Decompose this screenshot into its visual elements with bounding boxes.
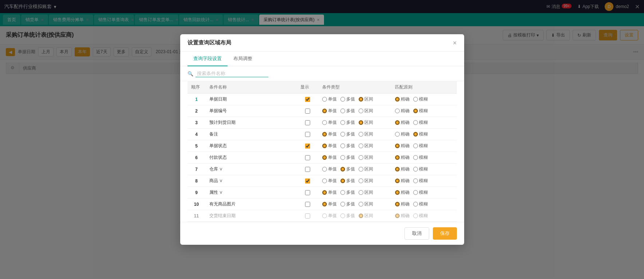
rule-radio-label-2-模糊[interactable]: 模糊 bbox=[413, 108, 428, 114]
tab-query-fields[interactable]: 查询字段设置 bbox=[187, 52, 228, 66]
rule-radio-1-精确[interactable] bbox=[395, 97, 400, 102]
type-radio-label-2-单值[interactable]: 单值 bbox=[322, 108, 337, 114]
type-radio-label-8-多值[interactable]: 多值 bbox=[340, 178, 355, 184]
rule-radio-3-模糊[interactable] bbox=[413, 120, 418, 125]
type-radio-5-区间[interactable] bbox=[359, 144, 363, 148]
type-radio-4-单值[interactable] bbox=[322, 132, 327, 137]
display-checkbox-10[interactable] bbox=[305, 202, 310, 207]
type-radio-label-7-单值[interactable]: 单值 bbox=[322, 166, 337, 172]
rule-radio-label-3-精确[interactable]: 精确 bbox=[395, 119, 410, 126]
type-radio-label-3-多值[interactable]: 多值 bbox=[340, 119, 355, 126]
search-input[interactable] bbox=[195, 70, 268, 77]
type-radio-10-单值[interactable] bbox=[322, 202, 327, 207]
type-radio-label-7-多值[interactable]: 多值 bbox=[340, 166, 355, 172]
type-radio-label-2-多值[interactable]: 多值 bbox=[340, 108, 355, 114]
rule-radio-9-模糊[interactable] bbox=[413, 190, 418, 195]
rule-radio-7-模糊[interactable] bbox=[413, 167, 418, 172]
type-radio-label-2-区间[interactable]: 区间 bbox=[359, 108, 373, 114]
rule-radio-label-1-精确[interactable]: 精确 bbox=[395, 96, 410, 102]
type-radio-2-区间[interactable] bbox=[359, 109, 363, 113]
type-radio-6-区间[interactable] bbox=[359, 155, 363, 160]
type-radio-4-区间[interactable] bbox=[359, 132, 363, 137]
type-radio-label-6-区间[interactable]: 区间 bbox=[359, 154, 373, 161]
modal-close-button[interactable]: × bbox=[453, 40, 457, 46]
type-radio-2-多值[interactable] bbox=[340, 109, 345, 113]
rule-radio-6-精确[interactable] bbox=[395, 155, 400, 160]
rule-radio-label-7-精确[interactable]: 精确 bbox=[395, 166, 410, 172]
type-radio-label-4-多值[interactable]: 多值 bbox=[340, 131, 355, 137]
rule-radio-label-11-精确[interactable]: 精确 bbox=[395, 213, 410, 219]
type-radio-label-5-单值[interactable]: 单值 bbox=[322, 143, 337, 149]
type-radio-8-区间[interactable] bbox=[359, 178, 363, 183]
rule-radio-label-5-精确[interactable]: 精确 bbox=[395, 143, 410, 149]
type-radio-label-9-区间[interactable]: 区间 bbox=[359, 189, 373, 196]
display-checkbox-7[interactable] bbox=[305, 167, 310, 172]
display-checkbox-6[interactable] bbox=[305, 155, 310, 160]
display-checkbox-1[interactable] bbox=[305, 97, 310, 102]
rule-radio-7-精确[interactable] bbox=[395, 167, 400, 172]
type-radio-7-单值[interactable] bbox=[322, 167, 327, 172]
type-radio-2-单值[interactable] bbox=[322, 109, 327, 113]
display-checkbox-3[interactable] bbox=[305, 120, 310, 125]
rule-radio-label-9-模糊[interactable]: 模糊 bbox=[413, 189, 428, 196]
type-radio-3-区间[interactable] bbox=[359, 120, 363, 125]
type-radio-label-1-多值[interactable]: 多值 bbox=[340, 96, 355, 102]
rule-radio-2-精确[interactable] bbox=[395, 109, 400, 113]
type-radio-label-8-单值[interactable]: 单值 bbox=[322, 178, 337, 184]
type-radio-label-7-区间[interactable]: 区间 bbox=[359, 166, 373, 172]
type-radio-9-单值[interactable] bbox=[322, 190, 327, 195]
type-radio-label-10-多值[interactable]: 多值 bbox=[340, 201, 355, 207]
rule-radio-label-11-模糊[interactable]: 模糊 bbox=[413, 213, 428, 219]
rule-radio-label-10-模糊[interactable]: 模糊 bbox=[413, 201, 428, 207]
rule-radio-label-8-模糊[interactable]: 模糊 bbox=[413, 178, 428, 184]
type-radio-7-区间[interactable] bbox=[359, 167, 363, 172]
type-radio-label-11-单值[interactable]: 单值 bbox=[322, 213, 337, 219]
type-radio-6-多值[interactable] bbox=[340, 155, 345, 160]
type-radio-5-单值[interactable] bbox=[322, 144, 327, 148]
type-radio-10-多值[interactable] bbox=[340, 202, 345, 207]
rule-radio-label-10-精确[interactable]: 精确 bbox=[395, 201, 410, 207]
rule-radio-label-6-模糊[interactable]: 模糊 bbox=[413, 154, 428, 161]
rule-radio-9-精确[interactable] bbox=[395, 190, 400, 195]
rule-radio-label-7-模糊[interactable]: 模糊 bbox=[413, 166, 428, 172]
rule-radio-label-4-精确[interactable]: 精确 bbox=[395, 131, 410, 137]
type-radio-8-多值[interactable] bbox=[340, 178, 345, 183]
type-radio-label-9-单值[interactable]: 单值 bbox=[322, 189, 337, 196]
rule-radio-4-精确[interactable] bbox=[395, 132, 400, 137]
rule-radio-2-模糊[interactable] bbox=[413, 109, 418, 113]
type-radio-5-多值[interactable] bbox=[340, 144, 345, 148]
type-radio-label-10-区间[interactable]: 区间 bbox=[359, 201, 373, 207]
display-checkbox-2[interactable] bbox=[305, 109, 310, 114]
rule-radio-label-8-精确[interactable]: 精确 bbox=[395, 178, 410, 184]
rule-radio-5-模糊[interactable] bbox=[413, 144, 418, 148]
tab-layout[interactable]: 布局调整 bbox=[228, 52, 258, 66]
type-radio-1-多值[interactable] bbox=[340, 97, 345, 102]
type-radio-9-区间[interactable] bbox=[359, 190, 363, 195]
rule-radio-11-模糊[interactable] bbox=[413, 213, 418, 218]
type-radio-label-6-单值[interactable]: 单值 bbox=[322, 154, 337, 161]
type-radio-label-1-区间[interactable]: 区间 bbox=[359, 96, 373, 102]
rule-radio-6-模糊[interactable] bbox=[413, 155, 418, 160]
rule-radio-4-模糊[interactable] bbox=[413, 132, 418, 137]
type-radio-3-多值[interactable] bbox=[340, 120, 345, 125]
type-radio-label-6-多值[interactable]: 多值 bbox=[340, 154, 355, 161]
type-radio-label-4-区间[interactable]: 区间 bbox=[359, 131, 373, 137]
save-button[interactable]: 保存 bbox=[433, 227, 457, 240]
type-radio-10-区间[interactable] bbox=[359, 202, 363, 207]
type-radio-7-多值[interactable] bbox=[340, 167, 345, 172]
type-radio-11-多值[interactable] bbox=[340, 213, 345, 218]
rule-radio-8-模糊[interactable] bbox=[413, 178, 418, 183]
type-radio-6-单值[interactable] bbox=[322, 155, 327, 160]
type-radio-3-单值[interactable] bbox=[322, 120, 327, 125]
rule-radio-5-精确[interactable] bbox=[395, 144, 400, 148]
rule-radio-label-6-精确[interactable]: 精确 bbox=[395, 154, 410, 161]
rule-radio-label-9-精确[interactable]: 精确 bbox=[395, 189, 410, 196]
display-checkbox-4[interactable] bbox=[305, 132, 310, 137]
rule-radio-10-精确[interactable] bbox=[395, 202, 400, 207]
rule-radio-1-模糊[interactable] bbox=[413, 97, 418, 102]
type-radio-label-5-多值[interactable]: 多值 bbox=[340, 143, 355, 149]
type-radio-4-多值[interactable] bbox=[340, 132, 345, 137]
type-radio-1-区间[interactable] bbox=[359, 97, 363, 102]
type-radio-label-11-区间[interactable]: 区间 bbox=[359, 213, 373, 219]
type-radio-label-4-单值[interactable]: 单值 bbox=[322, 131, 337, 137]
